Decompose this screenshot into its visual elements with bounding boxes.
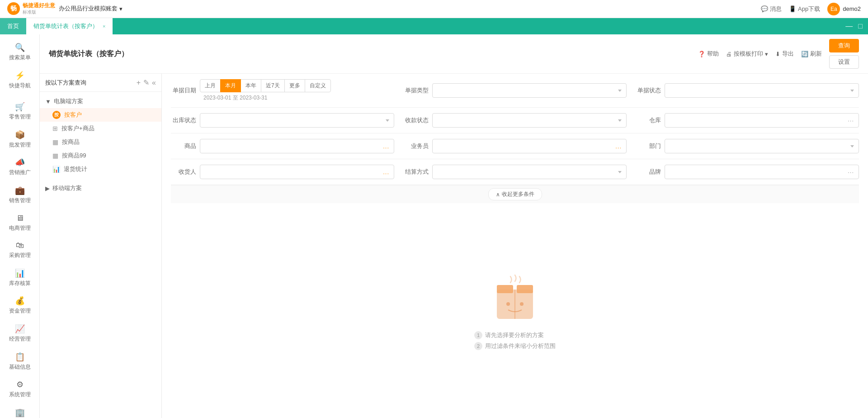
filter-item-receiver: 收货人 ... bbox=[171, 165, 394, 179]
sidebar-item-finance[interactable]: 💰 资金管理 bbox=[0, 291, 39, 319]
scheme-item-return-stat[interactable]: 📊 退货统计 bbox=[40, 162, 161, 176]
sidebar-item-ecom-mgmt[interactable]: 🖥 电商管理 bbox=[0, 209, 39, 237]
date-btn-more[interactable]: 更多 bbox=[284, 79, 305, 92]
tab-maximize-button[interactable]: □ bbox=[856, 20, 864, 32]
goods99-icon: ▦ bbox=[52, 152, 58, 159]
desktop-group-header[interactable]: ▼ 电脑端方案 bbox=[40, 95, 161, 108]
tab-minimize-button[interactable]: — bbox=[844, 20, 854, 32]
sidebar-item-sales-mgmt[interactable]: 💼 销售管理 bbox=[0, 181, 39, 209]
dept-select[interactable] bbox=[665, 139, 859, 153]
sidebar-item-search-menu[interactable]: 🔍 搜索菜单 bbox=[0, 38, 39, 66]
wholesale-mgmt-icon: 📦 bbox=[15, 130, 25, 140]
date-btn-last-7-days[interactable]: 近7天 bbox=[261, 79, 285, 92]
panel-header: 按以下方案查询 + ✎ « bbox=[40, 74, 161, 92]
refresh-icon: 🔄 bbox=[801, 51, 808, 57]
tab-home[interactable]: 首页 bbox=[0, 18, 26, 34]
scheme-item-by-goods[interactable]: ▦ 按商品 bbox=[40, 135, 161, 149]
return-stat-icon: 📊 bbox=[52, 166, 60, 173]
mobile-group-header[interactable]: ▶ 移动端方案 bbox=[40, 181, 161, 195]
svg-rect-2 bbox=[517, 285, 533, 293]
top-bar-left: 畅 畅捷通好生意 标准版 办公用品行业模拟账套 ▾ bbox=[7, 2, 123, 15]
tab-close-icon[interactable]: × bbox=[103, 24, 105, 29]
warehouse-dots: ··· bbox=[848, 117, 854, 124]
salesperson-input[interactable]: ... bbox=[432, 139, 627, 153]
hint-1-text: 请先选择要分析的方案 bbox=[485, 331, 544, 339]
collapse-panel-button[interactable]: « bbox=[152, 79, 156, 87]
goods-input[interactable]: ... bbox=[200, 139, 394, 153]
basic-info-icon: 📋 bbox=[15, 352, 25, 362]
sidebar-item-label: 系统管理 bbox=[9, 391, 31, 399]
scheme-item-by-customer[interactable]: 按 按客户 bbox=[40, 108, 161, 122]
help-button[interactable]: ❓ 帮助 bbox=[698, 50, 719, 58]
hint-2-number: 2 bbox=[474, 342, 482, 350]
brand-input[interactable]: ··· bbox=[665, 165, 859, 179]
sidebar-item-quick-nav[interactable]: ⚡ 快捷导航 bbox=[0, 66, 39, 94]
app-download-button[interactable]: 📱 App下载 bbox=[789, 5, 820, 13]
salesperson-dots-icon: ... bbox=[615, 143, 622, 150]
purchase-mgmt-icon: 🛍 bbox=[16, 241, 24, 250]
desktop-scheme-group: ▼ 电脑端方案 按 按客户 ⊞ 按客户+商品 ▦ bbox=[40, 92, 161, 179]
logo-icon: 畅 bbox=[7, 2, 20, 15]
export-button[interactable]: ⬇ 导出 bbox=[775, 50, 794, 58]
sidebar: 🔍 搜索菜单 ⚡ 快捷导航 🛒 零售管理 📦 批发管理 📣 营销推广 💼 销售管… bbox=[0, 34, 40, 418]
collection-status-select[interactable] bbox=[432, 113, 627, 128]
sidebar-item-wholesale-mgmt[interactable]: 📦 批发管理 bbox=[0, 125, 39, 153]
date-btn-last-month[interactable]: 上月 bbox=[200, 79, 221, 92]
sidebar-item-marketing[interactable]: 📣 营销推广 bbox=[0, 153, 39, 181]
goods-dots-icon: ... bbox=[383, 143, 389, 150]
retail-mgmt-icon: 🛒 bbox=[15, 102, 25, 112]
receiver-input[interactable]: ... bbox=[200, 165, 394, 179]
sidebar-item-enterprise[interactable]: 🏢 企业协同 bbox=[0, 403, 39, 418]
scheme-item-label: 退货统计 bbox=[64, 165, 87, 173]
date-btn-this-month[interactable]: 本月 bbox=[220, 79, 241, 92]
settle-method-select[interactable] bbox=[432, 165, 627, 179]
app-download-icon: 📱 bbox=[789, 5, 796, 12]
out-status-label: 出库状态 bbox=[171, 116, 196, 124]
filter-item-goods: 商品 ... bbox=[171, 139, 394, 153]
query-button[interactable]: 查询 bbox=[829, 39, 859, 52]
sidebar-item-retail-mgmt[interactable]: 🛒 零售管理 bbox=[0, 97, 39, 125]
doc-type-label: 单据类型 bbox=[403, 86, 429, 95]
scheme-item-by-goods99[interactable]: ▦ 按商品99 bbox=[40, 149, 161, 162]
desktop-group-arrow-icon: ▼ bbox=[45, 98, 51, 105]
date-range-display: 2023-03-01 至 2023-03-31 bbox=[203, 94, 394, 102]
sidebar-item-inventory[interactable]: 📊 库存核算 bbox=[0, 264, 39, 292]
sidebar-item-basic-info[interactable]: 📋 基础信息 bbox=[0, 347, 39, 375]
logo-area: 畅 畅捷通好生意 标准版 bbox=[7, 2, 55, 15]
industry-selector[interactable]: 办公用品行业模拟账套 ▾ bbox=[59, 5, 123, 13]
quick-nav-icon: ⚡ bbox=[15, 71, 25, 81]
date-btn-this-year[interactable]: 本年 bbox=[241, 79, 261, 92]
user-menu[interactable]: Ea demo2 bbox=[827, 3, 861, 15]
settings-button[interactable]: 设置 bbox=[829, 55, 859, 69]
user-name: demo2 bbox=[843, 5, 861, 12]
svg-point-5 bbox=[520, 302, 524, 306]
filter-item-salesperson: 业务员 ... bbox=[403, 139, 627, 153]
sidebar-item-business-mgmt[interactable]: 📈 经营管理 bbox=[0, 319, 39, 347]
tab-sales-stat[interactable]: 销货单统计表（按客户） × bbox=[26, 18, 113, 34]
scheme-item-label: 按客户+商品 bbox=[61, 124, 94, 133]
date-btn-custom[interactable]: 自定义 bbox=[305, 79, 331, 92]
content-area: 销货单统计表（按客户） ❓ 帮助 🖨 按模板打印 ▾ ⬇ 导出 🔄 刷新 bbox=[40, 34, 868, 418]
filter-item-brand: 品牌 ··· bbox=[636, 165, 859, 179]
filter-item-doc-status: 单据状态 bbox=[636, 79, 859, 102]
add-scheme-button[interactable]: + bbox=[137, 79, 141, 87]
inventory-icon: 📊 bbox=[15, 268, 25, 278]
doc-status-select[interactable] bbox=[665, 83, 859, 98]
filter-item-out-status: 出库状态 bbox=[171, 113, 394, 128]
scheme-item-by-customer-goods[interactable]: ⊞ 按客户+商品 bbox=[40, 122, 161, 135]
filter-item-settle-method: 结算方式 bbox=[403, 165, 627, 179]
filter-row-3: 商品 ... 业务员 ... bbox=[171, 133, 859, 159]
sidebar-item-system-mgmt[interactable]: ⚙ 系统管理 bbox=[0, 375, 39, 403]
collapse-trigger-button[interactable]: ∧ 收起更多条件 bbox=[488, 188, 542, 200]
warehouse-select[interactable]: ··· bbox=[665, 113, 859, 128]
industry-arrow-icon: ▾ bbox=[119, 5, 123, 12]
collection-status-arrow-icon bbox=[618, 119, 622, 122]
out-status-select[interactable] bbox=[200, 113, 394, 128]
filter-section: 单据日期 上月 本月 本年 近7天 更多 自定义 20 bbox=[162, 74, 868, 203]
doc-type-select[interactable] bbox=[432, 83, 627, 98]
sidebar-item-purchase-mgmt[interactable]: 🛍 采购管理 bbox=[0, 236, 39, 264]
refresh-button[interactable]: 🔄 刷新 bbox=[801, 50, 822, 58]
message-button[interactable]: 💬 消息 bbox=[761, 5, 782, 13]
edit-scheme-button[interactable]: ✎ bbox=[143, 78, 149, 87]
template-print-button[interactable]: 🖨 按模板打印 ▾ bbox=[726, 50, 768, 58]
